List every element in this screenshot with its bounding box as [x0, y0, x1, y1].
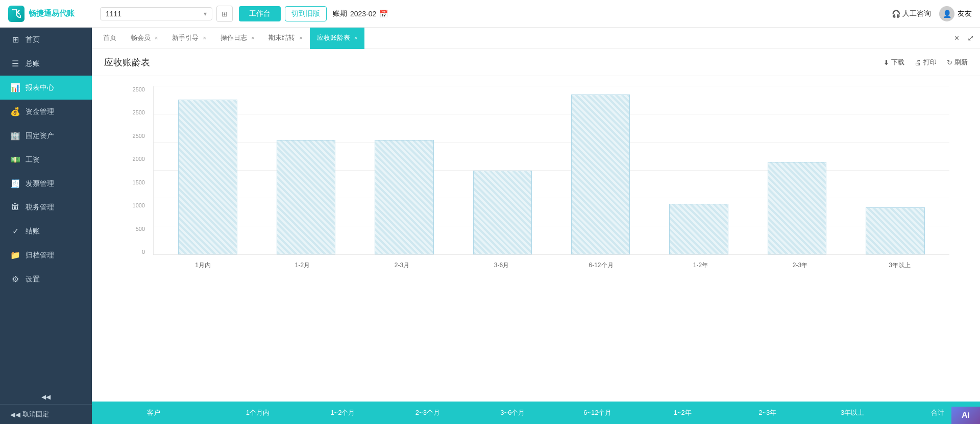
page-title: 应收账龄表	[104, 56, 150, 68]
x-label-3yearplus: 3年以上	[850, 261, 949, 270]
page-content: 应收账龄表 ⬇ 下载 🖨 打印 ↻ 刷新	[92, 49, 980, 424]
tab-expand-button[interactable]: ⤢	[965, 31, 976, 45]
col-1month: 1个月内	[215, 408, 300, 417]
bar-group-1-2year	[650, 86, 748, 254]
tab-log-close[interactable]: ×	[251, 35, 254, 41]
tab-log[interactable]: 操作日志 ×	[213, 28, 261, 49]
sidebar-item-archive[interactable]: 📁 归档管理	[0, 243, 92, 267]
tab-member[interactable]: 畅会员 ×	[124, 28, 165, 49]
period-area: 账期 2023-02 📅	[333, 9, 388, 18]
bar-6-12month	[571, 95, 630, 254]
tabs-right: × ⤢	[952, 31, 976, 45]
sidebar-item-settings[interactable]: ⚙ 设置	[0, 267, 92, 291]
avatar: 👤	[939, 6, 954, 21]
bar-3yearplus	[866, 207, 924, 254]
consult-button[interactable]: 🎧 人工咨询	[892, 9, 931, 18]
tab-close-all-button[interactable]: ×	[952, 32, 961, 45]
y-label-500: 500	[128, 226, 148, 232]
invoice-icon: 🧾	[10, 179, 20, 189]
tab-home[interactable]: 首页	[96, 28, 124, 49]
checkout-icon: ✓	[10, 226, 20, 236]
bar-3-6month	[473, 171, 532, 255]
sidebar-item-salary[interactable]: 💵 工资	[0, 148, 92, 172]
company-selector[interactable]: 1111 ▾	[100, 7, 212, 20]
refresh-button[interactable]: ↻ 刷新	[947, 58, 968, 67]
sidebar-item-label: 结账	[26, 227, 40, 236]
sidebar-item-label: 资金管理	[26, 107, 54, 116]
y-label-1000: 1000	[128, 202, 148, 208]
download-icon: ⬇	[884, 59, 889, 66]
tab-ar-aging[interactable]: 应收账龄表 ×	[310, 28, 364, 49]
logo-area: 飞 畅捷通易代账	[8, 6, 100, 22]
download-button[interactable]: ⬇ 下载	[884, 58, 904, 67]
sidebar-item-label: 工资	[26, 155, 40, 164]
sidebar-item-ledger[interactable]: ☰ 总账	[0, 52, 92, 76]
y-label-2000: 2000	[128, 156, 148, 162]
copy-icon: ⊞	[222, 10, 228, 18]
col-3-6month: 3~6个月	[470, 408, 555, 417]
fixed-assets-icon: 🏢	[10, 131, 20, 140]
sidebar-item-label: 发票管理	[26, 179, 54, 189]
calendar-icon[interactable]: 📅	[379, 10, 388, 18]
y-label-0: 0	[128, 249, 148, 255]
header-right: 🎧 人工咨询 👤 友友	[892, 6, 972, 21]
tab-member-close[interactable]: ×	[155, 35, 158, 41]
sidebar-item-invoice[interactable]: 🧾 发票管理	[0, 172, 92, 196]
cancel-fixed-button[interactable]: ◀◀ 取消固定	[0, 404, 92, 424]
content-area: 首页 畅会员 × 新手引导 × 操作日志 × 期末结转 × 应收账龄表 ×	[92, 28, 980, 424]
refresh-label: 刷新	[954, 58, 968, 67]
bar-1-2year	[669, 204, 728, 254]
col-1-2month: 1~2个月	[300, 408, 385, 417]
sidebar-scroll-down[interactable]: ◀◀	[0, 389, 92, 404]
period-label: 账期	[333, 9, 347, 18]
sidebar-item-reports[interactable]: 📊 报表中心	[0, 76, 92, 100]
tabs-bar: 首页 畅会员 × 新手引导 × 操作日志 × 期末结转 × 应收账龄表 ×	[92, 28, 980, 49]
copy-button[interactable]: ⊞	[216, 6, 233, 22]
funds-icon: 💰	[10, 107, 20, 116]
sidebar-item-funds[interactable]: 💰 资金管理	[0, 100, 92, 124]
ai-label: Ai	[962, 411, 970, 419]
switch-version-button[interactable]: 切到旧版	[285, 6, 327, 21]
salary-icon: 💵	[10, 155, 20, 164]
x-label-2-3year: 2-3年	[750, 261, 850, 270]
col-3yearplus: 3年以上	[810, 408, 895, 417]
workbench-button[interactable]: 工作台	[239, 6, 281, 21]
chart-x-labels: 1月内 1-2月 2-3月 3-6月 6-12个月 1-2年 2-3年 3年以上	[153, 255, 949, 275]
chevron-down-icon: ▾	[204, 10, 207, 17]
col-2-3year: 2~3年	[725, 408, 810, 417]
sidebar-item-checkout[interactable]: ✓ 结账	[0, 219, 92, 243]
tab-ar-aging-close[interactable]: ×	[354, 35, 357, 41]
sidebar-item-label: 设置	[26, 275, 40, 284]
tab-guide[interactable]: 新手引导 ×	[165, 28, 213, 49]
tab-period-close[interactable]: ×	[299, 35, 302, 41]
sidebar-item-label: 税务管理	[26, 203, 54, 212]
scroll-down-icon: ◀◀	[41, 393, 51, 401]
x-label-2-3month: 2-3月	[352, 261, 452, 270]
tab-home-label: 首页	[103, 33, 116, 42]
ai-badge[interactable]: Ai	[951, 407, 980, 424]
refresh-icon: ↻	[947, 59, 952, 66]
bar-1month	[178, 100, 237, 254]
tab-guide-close[interactable]: ×	[203, 35, 206, 41]
page-header: 应收账龄表 ⬇ 下载 🖨 打印 ↻ 刷新	[92, 49, 980, 76]
tab-member-label: 畅会员	[131, 33, 151, 42]
reports-icon: 📊	[10, 83, 20, 92]
chart-y-axis: 0 500 1000 1500 2000 2500 2500 2500	[128, 86, 148, 255]
bar-group-2-3month	[355, 86, 453, 254]
user-area[interactable]: 👤 友友	[939, 6, 972, 21]
x-label-1-2month: 1-2月	[253, 261, 352, 270]
tab-period[interactable]: 期末结转 ×	[261, 28, 309, 49]
bar-2-3year	[768, 162, 826, 254]
archive-icon: 📁	[10, 250, 20, 260]
sidebar-item-fixed-assets[interactable]: 🏢 固定资产	[0, 124, 92, 148]
x-label-1month: 1月内	[153, 261, 253, 270]
sidebar-item-tax[interactable]: 🏛 税务管理	[0, 196, 92, 219]
col-customer: 客户	[92, 408, 215, 417]
sidebar-item-label: 总账	[26, 59, 40, 68]
sidebar: ⊞ 首页 ☰ 总账 📊 报表中心 💰 资金管理 🏢 固定资产 💵 工资	[0, 28, 92, 424]
y-label-2500c: 2500	[128, 86, 148, 92]
sidebar-item-label: 首页	[26, 35, 40, 44]
user-label: 友友	[958, 9, 972, 18]
print-button[interactable]: 🖨 打印	[915, 58, 937, 67]
sidebar-item-home[interactable]: ⊞ 首页	[0, 28, 92, 52]
